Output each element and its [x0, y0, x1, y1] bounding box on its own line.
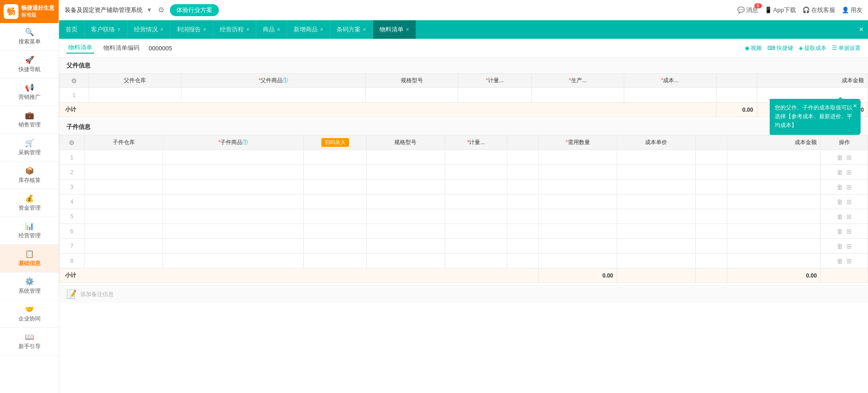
parent-row-1-unit[interactable]	[458, 88, 532, 103]
child-row-4-unit-cost[interactable]	[617, 194, 695, 209]
bottom-bar-hint[interactable]: 添加备注信息	[80, 290, 114, 298]
child-row-8-spec[interactable]	[367, 254, 445, 268]
child-row-7-copy[interactable]: ⊞	[846, 242, 852, 250]
user-avatar[interactable]: 👤 用友	[842, 6, 862, 14]
child-row-1-delete[interactable]: 🗑	[837, 154, 843, 161]
child-row-3-unit-cost[interactable]	[617, 180, 695, 194]
child-row-6-delete[interactable]: 🗑	[837, 228, 843, 235]
child-row-6-spec[interactable]	[367, 224, 445, 239]
child-row-1-unit-cost[interactable]	[617, 150, 695, 165]
child-row-4-goods[interactable]	[163, 194, 303, 209]
child-row-8-copy[interactable]: ⊞	[846, 257, 852, 265]
tab-profit[interactable]: 利润报告 ×	[170, 20, 213, 39]
child-row-7-warehouse[interactable]	[84, 239, 163, 254]
child-row-6-warehouse[interactable]	[84, 224, 163, 239]
child-row-4-copy[interactable]: ⊞	[846, 198, 852, 206]
tab-history-close[interactable]: ×	[246, 26, 249, 33]
tab-customer[interactable]: 客户联络 ×	[84, 20, 127, 39]
tab-home[interactable]: 首页	[59, 20, 84, 39]
child-row-6-unit-cost[interactable]	[617, 224, 695, 239]
child-row-4-delete[interactable]: 🗑	[837, 198, 843, 206]
child-row-5-warehouse[interactable]	[84, 209, 163, 224]
topbar-gear[interactable]: ⚙	[156, 4, 166, 16]
child-row-2-goods[interactable]	[163, 165, 303, 180]
child-row-3-unit[interactable]	[445, 180, 507, 194]
tooltip-close-button[interactable]: ×	[853, 101, 857, 111]
tab-bom-close[interactable]: ×	[406, 26, 409, 33]
child-row-3-warehouse[interactable]	[84, 180, 163, 194]
child-row-6-copy[interactable]: ⊞	[846, 228, 852, 235]
child-row-4-warehouse[interactable]	[84, 194, 163, 209]
child-row-8-delete[interactable]: 🗑	[837, 257, 843, 265]
child-row-2-delete[interactable]: 🗑	[837, 169, 843, 176]
tab-operations[interactable]: 经营情况 ×	[127, 20, 170, 39]
sidebar-item-basic-info[interactable]: 📋 基础信息	[0, 245, 59, 272]
extract-cost-action[interactable]: ◈ 提取成本	[799, 44, 826, 52]
online-service-button[interactable]: 🎧 在线客服	[802, 6, 835, 14]
sidebar-item-guide[interactable]: 📖 新手引导	[0, 328, 59, 356]
child-row-8-warehouse[interactable]	[84, 254, 163, 268]
tab-new-goods[interactable]: 新增商品 ×	[287, 20, 330, 39]
child-row-4-qty[interactable]	[539, 194, 617, 209]
tab-customer-close[interactable]: ×	[117, 26, 121, 33]
child-row-7-qty[interactable]	[539, 239, 617, 254]
sub-tab-bom[interactable]: 物料清单	[66, 42, 94, 54]
nav-next[interactable]: ▶	[198, 44, 208, 52]
sub-tab-code[interactable]: 物料清单编码	[102, 43, 141, 53]
tab-goods[interactable]: 商品 ×	[256, 20, 287, 39]
app-download-button[interactable]: 📱 App下载	[765, 6, 796, 14]
child-row-5-qty[interactable]	[539, 209, 617, 224]
child-row-7-spec[interactable]	[367, 239, 445, 254]
child-row-8-goods[interactable]	[163, 254, 303, 268]
tab-bom[interactable]: 物料清单 ×	[373, 20, 416, 39]
child-row-1-qty[interactable]	[539, 150, 617, 165]
single-settings-action[interactable]: ☰ 单据设置	[832, 44, 861, 52]
child-row-7-unit[interactable]	[445, 239, 507, 254]
child-row-5-delete[interactable]: 🗑	[837, 213, 843, 220]
child-row-3-copy[interactable]: ⊞	[846, 183, 852, 191]
shortcut-action[interactable]: ⌨ 快捷键	[767, 44, 793, 52]
child-row-6-unit[interactable]	[445, 224, 507, 239]
child-row-6-goods[interactable]	[163, 224, 303, 239]
child-gear-icon[interactable]: ⚙	[69, 139, 75, 146]
tab-profit-close[interactable]: ×	[203, 26, 206, 33]
child-row-1-warehouse[interactable]	[84, 150, 163, 165]
child-row-3-spec[interactable]	[367, 180, 445, 194]
sidebar-item-inventory[interactable]: 📦 库存核算	[0, 162, 59, 189]
child-row-2-warehouse[interactable]	[84, 165, 163, 180]
nav-prev[interactable]: ◀	[180, 44, 190, 52]
sidebar-item-purchase[interactable]: 🛒 采购管理	[0, 134, 59, 162]
child-row-1-copy[interactable]: ⊞	[846, 154, 852, 161]
parent-row-1-goods[interactable]	[181, 88, 366, 103]
child-row-2-unit[interactable]	[445, 165, 507, 180]
parent-row-1-cost[interactable]	[624, 88, 716, 103]
experience-btn[interactable]: 体验行业方案	[170, 4, 219, 16]
child-row-7-goods[interactable]	[163, 239, 303, 254]
sidebar-item-sales[interactable]: 💼 销售管理	[0, 106, 59, 134]
message-button[interactable]: 💬 消息 6	[737, 6, 758, 14]
child-row-5-spec[interactable]	[367, 209, 445, 224]
child-row-1-unit[interactable]	[445, 150, 507, 165]
parent-row-1-produce[interactable]	[531, 88, 624, 103]
child-row-4-spec[interactable]	[367, 194, 445, 209]
tab-operations-close[interactable]: ×	[160, 26, 163, 33]
parent-row-1-spec[interactable]	[366, 88, 458, 103]
child-row-2-qty[interactable]	[539, 165, 617, 180]
child-row-1-spec[interactable]	[367, 150, 445, 165]
child-row-1-goods[interactable]	[163, 150, 303, 165]
child-row-5-unit[interactable]	[445, 209, 507, 224]
child-row-5-goods[interactable]	[163, 209, 303, 224]
sidebar-item-marketing[interactable]: 📢 营销推广	[0, 79, 59, 106]
sidebar-item-enterprise[interactable]: 🤝 企业协同	[0, 300, 59, 328]
child-row-3-qty[interactable]	[539, 180, 617, 194]
sidebar-item-search[interactable]: 🔍 搜索菜单	[0, 23, 59, 51]
child-row-8-unit[interactable]	[445, 254, 507, 268]
sidebar-item-quick-nav[interactable]: 🚀 快捷导航	[0, 51, 59, 79]
child-row-2-unit-cost[interactable]	[617, 165, 695, 180]
child-row-2-copy[interactable]: ⊞	[846, 169, 852, 176]
child-row-7-unit-cost[interactable]	[617, 239, 695, 254]
view-action[interactable]: ◉ 视频	[745, 44, 762, 52]
child-row-2-spec[interactable]	[367, 165, 445, 180]
sidebar-item-operations[interactable]: 📊 经营管理	[0, 217, 59, 245]
parent-gear-icon[interactable]: ⚙	[71, 77, 77, 85]
